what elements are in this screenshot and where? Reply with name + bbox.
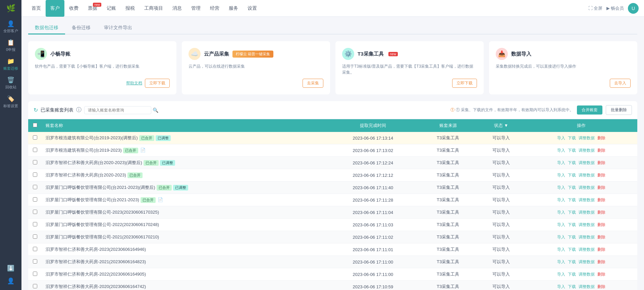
action-导入[interactable]: 导入 bbox=[557, 247, 565, 252]
action-下载[interactable]: 下载 bbox=[568, 210, 576, 215]
action-删除[interactable]: 删除 bbox=[597, 247, 605, 252]
action-调整数据[interactable]: 调整数据 bbox=[579, 148, 595, 153]
action-调整数据[interactable]: 调整数据 bbox=[579, 222, 595, 227]
action-删除[interactable]: 删除 bbox=[597, 260, 605, 264]
action-删除[interactable]: 删除 bbox=[597, 160, 605, 165]
action-下载[interactable]: 下载 bbox=[568, 136, 576, 140]
row-checkbox[interactable] bbox=[33, 210, 37, 214]
action-删除[interactable]: 删除 bbox=[597, 272, 605, 277]
action-导入[interactable]: 导入 bbox=[557, 222, 565, 227]
sidebar-item-all-clients[interactable]: 👤 全部客户 bbox=[0, 17, 21, 35]
tab-audit-export[interactable]: 审计文件导出 bbox=[97, 22, 139, 34]
action-调整数据[interactable]: 调整数据 bbox=[579, 136, 595, 140]
nav-home[interactable]: 首页 bbox=[27, 0, 46, 17]
cloud-collect-btn[interactable]: 去采集 bbox=[303, 79, 323, 88]
nav-clients[interactable]: 客户 bbox=[46, 0, 64, 17]
member-btn[interactable]: ▶ 畅会员 bbox=[606, 5, 624, 11]
row-checkbox[interactable] bbox=[33, 222, 37, 226]
import-go-btn[interactable]: 去导入 bbox=[610, 79, 631, 88]
row-checkbox[interactable] bbox=[33, 284, 37, 288]
row-checkbox[interactable] bbox=[33, 234, 37, 239]
nav-invoices[interactable]: 票据 new bbox=[83, 0, 102, 17]
nav-settings[interactable]: 设置 bbox=[243, 0, 262, 17]
action-调整数据[interactable]: 调整数据 bbox=[579, 272, 595, 277]
action-删除[interactable]: 删除 bbox=[597, 185, 605, 190]
nav-messages[interactable]: 消息 bbox=[168, 0, 186, 17]
action-下载[interactable]: 下载 bbox=[568, 160, 576, 165]
sidebar-item-recycle[interactable]: 🗑️ 回收站 bbox=[0, 73, 21, 92]
action-导入[interactable]: 导入 bbox=[557, 160, 565, 165]
nav-tax[interactable]: 报税 bbox=[121, 0, 140, 17]
nav-operations[interactable]: 经营 bbox=[205, 0, 224, 17]
action-导入[interactable]: 导入 bbox=[557, 185, 565, 190]
action-调整数据[interactable]: 调整数据 bbox=[579, 247, 595, 252]
action-下载[interactable]: 下载 bbox=[568, 272, 576, 277]
sidebar-item-download[interactable]: ⬇️ bbox=[0, 261, 21, 274]
select-all-checkbox[interactable] bbox=[33, 123, 37, 127]
row-checkbox[interactable] bbox=[33, 247, 37, 251]
sidebar-item-tag-settings[interactable]: 🏷️ 标签设置 bbox=[0, 92, 21, 111]
action-删除[interactable]: 删除 bbox=[597, 210, 605, 215]
row-checkbox[interactable] bbox=[33, 197, 37, 202]
action-导入[interactable]: 导入 bbox=[557, 136, 565, 140]
search-input[interactable] bbox=[84, 106, 151, 114]
action-调整数据[interactable]: 调整数据 bbox=[579, 160, 595, 165]
action-下载[interactable]: 下载 bbox=[568, 185, 576, 190]
merge-accounts-btn[interactable]: 合并账套 bbox=[577, 105, 602, 115]
action-导入[interactable]: 导入 bbox=[557, 148, 565, 153]
action-删除[interactable]: 删除 bbox=[597, 222, 605, 227]
action-导入[interactable]: 导入 bbox=[557, 198, 565, 202]
action-导入[interactable]: 导入 bbox=[557, 260, 565, 264]
action-导入[interactable]: 导入 bbox=[557, 210, 565, 215]
action-导入[interactable]: 导入 bbox=[557, 284, 565, 289]
xiaochang-help-link[interactable]: 帮助文档 bbox=[126, 80, 142, 86]
action-删除[interactable]: 删除 bbox=[597, 284, 605, 289]
batch-delete-btn[interactable]: 批量删除 bbox=[606, 105, 632, 115]
row-checkbox[interactable] bbox=[33, 259, 37, 264]
action-导入[interactable]: 导入 bbox=[557, 173, 565, 177]
row-checkbox[interactable] bbox=[33, 148, 37, 152]
avatar[interactable]: U bbox=[628, 3, 639, 14]
action-删除[interactable]: 删除 bbox=[597, 198, 605, 202]
action-删除[interactable]: 删除 bbox=[597, 173, 605, 177]
action-下载[interactable]: 下载 bbox=[568, 222, 576, 227]
action-调整数据[interactable]: 调整数据 bbox=[579, 198, 595, 202]
tab-backup-migration[interactable]: 备份迁移 bbox=[65, 22, 97, 34]
action-删除[interactable]: 删除 bbox=[597, 148, 605, 153]
sidebar-item-migration[interactable]: 📁 账套迁移 bbox=[0, 54, 21, 73]
t3-download-btn[interactable]: 立即下载 bbox=[452, 79, 477, 88]
refresh-icon[interactable]: ↻ bbox=[34, 107, 38, 113]
sidebar-item-declaration[interactable]: 📋 0申报 bbox=[0, 35, 21, 54]
action-调整数据[interactable]: 调整数据 bbox=[579, 284, 595, 289]
action-删除[interactable]: 删除 bbox=[597, 235, 605, 239]
row-checkbox[interactable] bbox=[33, 185, 37, 189]
action-下载[interactable]: 下载 bbox=[568, 198, 576, 202]
action-调整数据[interactable]: 调整数据 bbox=[579, 260, 595, 264]
action-下载[interactable]: 下载 bbox=[568, 284, 576, 289]
row-checkbox[interactable] bbox=[33, 160, 37, 164]
action-删除[interactable]: 删除 bbox=[597, 136, 605, 140]
col-status[interactable]: 状态 ▼ bbox=[477, 119, 525, 132]
action-调整数据[interactable]: 调整数据 bbox=[579, 235, 595, 239]
action-下载[interactable]: 下载 bbox=[568, 173, 576, 177]
action-下载[interactable]: 下载 bbox=[568, 148, 576, 153]
tab-data-migration[interactable]: 数据包迁移 bbox=[28, 22, 65, 34]
action-调整数据[interactable]: 调整数据 bbox=[579, 185, 595, 190]
row-checkbox[interactable] bbox=[33, 135, 37, 140]
action-下载[interactable]: 下载 bbox=[568, 235, 576, 239]
action-导入[interactable]: 导入 bbox=[557, 272, 565, 277]
action-下载[interactable]: 下载 bbox=[568, 247, 576, 252]
action-调整数据[interactable]: 调整数据 bbox=[579, 173, 595, 177]
row-checkbox[interactable] bbox=[33, 272, 37, 276]
nav-business[interactable]: 工商项目 bbox=[140, 0, 168, 17]
nav-accounting[interactable]: 记账 bbox=[102, 0, 121, 17]
action-调整数据[interactable]: 调整数据 bbox=[579, 210, 595, 215]
fullscreen-btn[interactable]: ⛶ 全屏 bbox=[588, 5, 602, 11]
xiaochang-download-btn[interactable]: 立即下载 bbox=[145, 79, 170, 88]
nav-fees[interactable]: 收费 bbox=[64, 0, 83, 17]
nav-management[interactable]: 管理 bbox=[186, 0, 205, 17]
action-下载[interactable]: 下载 bbox=[568, 260, 576, 264]
sidebar-item-profile[interactable]: 👤 bbox=[0, 274, 21, 287]
row-checkbox[interactable] bbox=[33, 172, 37, 177]
action-导入[interactable]: 导入 bbox=[557, 235, 565, 239]
